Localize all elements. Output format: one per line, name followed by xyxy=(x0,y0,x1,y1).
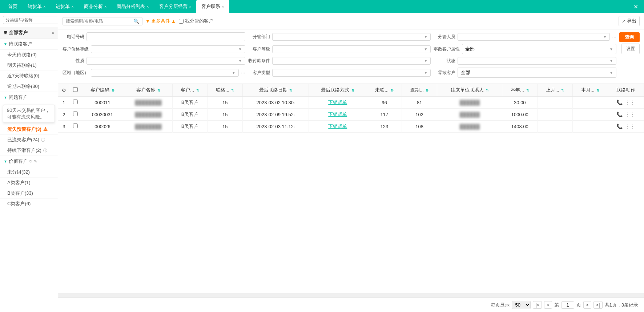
filter-row-1: 电话号码 分管部门 ▼ 分管人员 ▼ xyxy=(63,32,616,41)
col-last-contact-date[interactable]: 最后联络日期 ⇅ xyxy=(243,84,309,97)
filter-manager-select[interactable]: ▼ xyxy=(458,33,610,41)
row-checkbox-0[interactable] xyxy=(70,97,81,109)
select-all-checkbox[interactable] xyxy=(73,87,78,92)
collapse-icon[interactable]: « xyxy=(52,30,54,35)
filter-icon: ▼ xyxy=(145,19,150,24)
page-size-select[interactable]: 50 20 100 xyxy=(512,301,531,309)
all-customers-header[interactable]: ⊞ 全部客户 « xyxy=(0,27,58,39)
filter-price-grade-select[interactable]: ▼ xyxy=(91,45,245,53)
filter-nature-select[interactable]: ▼ xyxy=(86,57,245,65)
search-input[interactable] xyxy=(66,19,132,24)
page-input[interactable] xyxy=(561,301,574,309)
col-code[interactable]: 客户编码 ⇅ xyxy=(81,84,124,97)
row-this-month-0 xyxy=(573,97,608,109)
search-icon-main[interactable]: 🔍 xyxy=(133,19,139,24)
page-of-label: 页 xyxy=(576,302,581,308)
sidebar-item-ungrouped[interactable]: 未分组(32) xyxy=(0,167,58,178)
col-last-contact-method[interactable]: 最后联络方式 ⇅ xyxy=(309,84,367,97)
grid-icon: ⊞ xyxy=(4,30,7,35)
gear-icon[interactable]: ⚙ xyxy=(62,88,66,93)
setting-button[interactable]: 设置 xyxy=(621,44,640,54)
close-tab-product-analysis[interactable]: × xyxy=(104,4,106,9)
horizontal-scrollbar[interactable] xyxy=(58,293,644,297)
close-all-icon[interactable]: ✕ xyxy=(631,3,641,10)
tab-product-analysis[interactable]: 商品分析 × xyxy=(79,0,112,13)
filter-customer-type-select[interactable]: ▼ xyxy=(272,69,431,77)
col-uncontacted[interactable]: 未联... ⇅ xyxy=(367,84,402,97)
close-tab-product-list[interactable]: × xyxy=(146,4,149,9)
filter-customer-grade-select[interactable]: ▼ xyxy=(272,45,431,53)
tab-home[interactable]: 首页 xyxy=(3,0,23,13)
row-checkbox-2[interactable] xyxy=(70,121,81,133)
row-method-0[interactable]: 下销货单 xyxy=(309,97,367,109)
group-pending-contact[interactable]: ▼ 待联络客户 xyxy=(0,39,58,50)
sidebar-item-c-class[interactable]: C类客户(6) xyxy=(0,199,58,209)
tab-customer-tier[interactable]: 客户分层经营 × xyxy=(154,0,196,13)
row-method-2[interactable]: 下销货单 xyxy=(309,121,367,133)
col-this-month[interactable]: 本月... ⇅ xyxy=(573,84,608,97)
my-customers-checkbox[interactable]: 我分管的客户 xyxy=(179,18,213,24)
col-customer-type[interactable]: 客户... ⇅ xyxy=(172,84,208,97)
tab-sales[interactable]: 销货单 × xyxy=(23,0,51,13)
sidebar-search: 🔍 xyxy=(0,13,58,27)
sidebar-item-overdue-contact[interactable]: 逾期未联络(30) xyxy=(0,81,58,92)
sidebar-item-tomorrow-contact[interactable]: 明天待联络(1) xyxy=(0,60,58,71)
row-checkbox-1[interactable] xyxy=(70,109,81,121)
last-page-btn[interactable]: >| xyxy=(593,301,603,309)
more-action-icon-1[interactable]: ⋮⋮ xyxy=(625,112,635,117)
refresh-icon[interactable]: ↻ xyxy=(29,159,32,164)
page-label: 第 xyxy=(554,302,559,308)
row-overdue-2: 108 xyxy=(402,121,437,133)
sidebar-item-today-contact[interactable]: 今天待联络(0) xyxy=(0,50,58,60)
more-filter-btn[interactable]: ▼ 更多条件 ▲ xyxy=(145,18,176,24)
sidebar-item-a-class[interactable]: A类客户(1) xyxy=(0,178,58,188)
select-all-th[interactable] xyxy=(70,84,81,97)
col-unit-contact[interactable]: 往来单位联系人 ⇅ xyxy=(437,84,502,97)
filter-manager-dots[interactable]: ··· xyxy=(612,34,616,40)
col-this-year[interactable]: 本年... ⇅ xyxy=(502,84,538,97)
filter-status-select[interactable]: ▼ xyxy=(458,57,616,65)
group-value-customer[interactable]: ▼ 价值客户 ↻ ✎ xyxy=(0,156,58,167)
contact-action-icon-0[interactable]: 📞 xyxy=(616,100,623,105)
contact-action-icon-2[interactable]: 📞 xyxy=(616,123,623,129)
filter-region-dots[interactable]: ··· xyxy=(241,70,245,76)
edit-icon[interactable]: ✎ xyxy=(34,159,37,164)
col-overdue[interactable]: 逾期... ⇅ xyxy=(402,84,437,97)
filter-retail-customer-select[interactable]: 全部 ▼ xyxy=(458,68,616,78)
filter-region-select[interactable]: ▼ xyxy=(91,69,239,77)
filter-retail-attr-select[interactable]: 全部 ▼ xyxy=(462,44,616,54)
sidebar-item-declining[interactable]: 持续下滑客户(2) ⓘ xyxy=(0,145,58,156)
gear-th[interactable]: ⚙ xyxy=(58,84,70,97)
close-tab-customer-contact[interactable]: × xyxy=(222,4,224,9)
sidebar-item-churned[interactable]: 已流失客户(24) ⓘ xyxy=(0,135,58,145)
row-method-1[interactable]: 下销货单 xyxy=(309,109,367,121)
sidebar-item-7days-contact[interactable]: 近7天待联络(0) xyxy=(0,71,58,81)
more-action-icon-0[interactable]: ⋮⋮ xyxy=(625,100,635,105)
col-name[interactable]: 客户名称 ⇅ xyxy=(124,84,172,97)
filter-payment-select[interactable]: ▼ xyxy=(272,57,431,65)
col-contact[interactable]: 联络... ⇅ xyxy=(208,84,243,97)
more-action-icon-2[interactable]: ⋮⋮ xyxy=(625,123,635,129)
triangle-icon: ▼ xyxy=(4,42,7,46)
sidebar-item-churn-warning[interactable]: 流失预警客户(3) ⚠ xyxy=(0,124,58,135)
contact-action-icon-1[interactable]: 📞 xyxy=(616,112,623,117)
next-page-btn[interactable]: > xyxy=(583,301,591,309)
export-button[interactable]: ↗ 导出 xyxy=(619,16,640,26)
row-num-2: 3 xyxy=(58,121,70,133)
col-last-month[interactable]: 上月... ⇅ xyxy=(538,84,573,97)
first-page-btn[interactable]: |< xyxy=(533,301,542,309)
close-tab-customer-tier[interactable]: × xyxy=(189,4,191,9)
group-problem-customer[interactable]: ▼ 问题客户 xyxy=(0,92,58,103)
filter-dept-select[interactable]: ▼ xyxy=(272,33,431,41)
my-customers-checkbox-input[interactable] xyxy=(179,19,184,24)
close-tab-purchase[interactable]: × xyxy=(71,4,73,9)
tab-purchase[interactable]: 进货单 × xyxy=(51,0,79,13)
filter-phone-input[interactable] xyxy=(86,32,245,41)
prev-page-btn[interactable]: < xyxy=(544,301,552,309)
tab-product-list[interactable]: 商品分析列表 × xyxy=(112,0,154,13)
close-tab-sales[interactable]: × xyxy=(43,4,45,9)
sidebar-search-input[interactable] xyxy=(3,16,58,24)
tab-customer-contact[interactable]: 客户联系 × xyxy=(196,0,229,13)
sidebar-item-b-class[interactable]: B类客户(33) xyxy=(0,188,58,199)
query-button[interactable]: 查询 xyxy=(619,32,640,42)
